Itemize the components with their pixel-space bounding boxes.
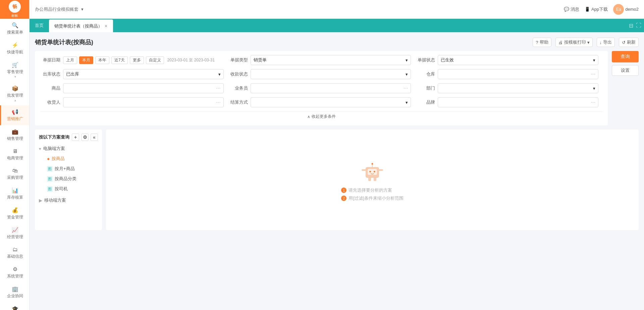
tree-child-desktop: ● 按商品 图 按月+商品 图 按商品分类 图 按司机 [35,154,102,194]
print-icon: 🖨 [558,40,563,45]
newbie-icon: 🎓 [12,306,18,310]
enterprise-icon: 🏢 [12,286,18,292]
logo-icon: 畅 [9,1,21,13]
sidebar-item-operations[interactable]: 📈 经营管理 [0,223,29,243]
template-print-button[interactable]: 🖨 按模板打印 ▾ [555,38,593,47]
salesperson-dots[interactable]: ··· [404,85,408,91]
sidebar-item-marketing[interactable]: 📢 营销推广 [0,105,29,125]
warehouse-status-select[interactable]: 已出库 ▾ [63,69,224,79]
settings-button[interactable]: 设置 [612,65,639,76]
tab-home[interactable]: 首页 [30,19,49,32]
tab-minimize-icon[interactable]: ⊟ [629,22,633,29]
empty-tip-1: 1 请先选择要分析的方案 [341,187,403,193]
sidebar-item-newbie[interactable]: 🎓 新手引导 [0,302,29,310]
receiver-input[interactable]: ··· [63,97,224,107]
tab-close-icon[interactable]: ✕ [104,24,108,29]
sidebar-item-sales[interactable]: 💼 销售管理 [0,125,29,145]
date-btn-this-year[interactable]: 本年 [95,56,109,64]
date-btn-7days[interactable]: 近7天 [111,56,128,64]
filter-and-buttons: 单据日期 上月 本月 本年 近7天 更多 自定义 2023-03-01 至 20… [35,51,639,125]
goods-input[interactable]: ··· [63,83,224,93]
tip-1-text: 请先选择要分析的方案 [348,187,392,193]
active-dot-icon: ● [47,156,50,161]
empty-tips: 1 请先选择要分析的方案 2 用[过滤]条件来缩小分析范围 [341,187,403,203]
purchase-icon: 🛍 [12,168,18,174]
sidebar-item-purchase[interactable]: 🛍 采购管理 [0,164,29,184]
warehouse2-dots[interactable]: ··· [591,71,595,77]
tree-group-mobile: ▶ 移动端方案 [35,195,102,205]
date-btn-more[interactable]: 更多 [130,56,144,64]
app-logo[interactable]: 畅 标账 [0,0,29,19]
doc-type-select[interactable]: 销货单 ▾ [251,55,411,65]
export-label: 导出 [603,39,612,45]
sidebar-item-inventory[interactable]: 📊 库存核算 [0,184,29,204]
user-menu[interactable]: Ea demo2 [613,4,639,15]
sidebar-item-ecommerce-label: 电商管理 [7,155,23,161]
dept-select[interactable]: ▾ [438,83,598,93]
home-tab-label: 首页 [35,22,44,29]
app-download-button[interactable]: 📱 App下载 [585,6,608,12]
app-download-icon: 📱 [585,7,590,12]
goods-dots[interactable]: ··· [216,85,220,91]
payment-status-select[interactable]: ▾ [251,69,411,79]
tree-item-driver[interactable]: 图 按司机 [43,184,102,194]
tree-item-category[interactable]: 图 按商品分类 [43,174,102,184]
retail-icon: 🛒 [12,62,18,68]
date-btn-this-month[interactable]: 本月 [79,56,93,64]
template-print-label: 按模板打印 [564,39,586,45]
brand-dots[interactable]: ··· [591,99,595,105]
tree-item-by-goods[interactable]: ● 按商品 [43,154,102,164]
collapse-label: 收起更多条件 [312,114,336,119]
message-button[interactable]: 💬 消息 [564,6,579,12]
tree-item-driver-icon: 图 [47,186,53,192]
marketing-icon: 📢 [12,109,18,115]
sidebar-item-retail[interactable]: 🛒 零售管理 ▾ [0,58,29,82]
sidebar-item-system[interactable]: ⚙ 系统管理 [0,263,29,282]
chevron-down-icon: ▾ [14,75,16,79]
sidebar-item-operations-label: 经营管理 [7,234,23,240]
sidebar-item-finance-label: 资金管理 [7,214,23,220]
date-btn-prev-month[interactable]: 上月 [63,56,77,64]
topbar-left: 办公用品行业模拟账套 ▾ [35,6,84,12]
collapse-row[interactable]: ∧ 收起更多条件 [40,111,602,121]
salesperson-input[interactable]: ··· [251,83,411,93]
doc-status-chevron: ▾ [593,58,595,63]
settings-scheme-button[interactable]: ⚙ [81,134,89,141]
payment-status-label: 收款状态 [228,71,248,77]
doc-status-select[interactable]: 已生效 ▾ [438,55,598,65]
sidebar-item-enterprise[interactable]: 🏢 企业协同 [0,282,29,302]
doc-status-value: 已生效 [441,57,454,63]
left-panel-title: 按以下方案查询 [39,134,69,140]
sidebar-item-enterprise-label: 企业协同 [7,293,23,299]
doc-status-label: 单据状态 [415,57,435,63]
sidebar-item-finance[interactable]: 💰 资金管理 [0,204,29,223]
collapse-chevron: ∧ [307,114,310,119]
brand-input[interactable]: ··· [438,97,598,107]
add-scheme-button[interactable]: + [72,134,79,141]
tab-expand-icon[interactable]: ⛶ [636,22,641,29]
refresh-button[interactable]: ↺ 刷新 [619,38,639,47]
username: demo2 [625,7,639,12]
topbar-right: 💬 消息 📱 App下载 Ea demo2 [564,4,639,15]
filter-row-4: 收货人 ··· 结算方式 ▾ 品牌 [40,97,602,107]
sidebar-item-quicknav[interactable]: ⚡ 快捷导航 [0,39,29,58]
sidebar-item-wholesale[interactable]: 📦 批发管理 ▴ [0,82,29,105]
help-icon: ? [536,40,538,45]
query-button[interactable]: 查询 [612,51,639,62]
topbar-subtitle: 办公用品行业模拟账套 [35,6,78,12]
tab-sales-stats[interactable]: 销货单统计表（按商品） ✕ [49,19,113,33]
tree-item-month-goods[interactable]: 图 按月+商品 [43,164,102,174]
sidebar-item-inventory-label: 库存核算 [7,195,23,200]
payment-method-select[interactable]: ▾ [251,97,411,107]
receiver-dots[interactable]: ··· [216,99,220,105]
sidebar-item-search[interactable]: 🔍 搜索菜单 [0,19,29,39]
payment-status-cell: 收款状态 ▾ [228,69,415,79]
sidebar-item-basic[interactable]: 🗂 基础信息 [0,243,29,263]
warehouse2-input[interactable]: ··· [438,69,598,79]
sidebar-item-ecommerce[interactable]: 🖥 电商管理 [0,145,29,164]
export-button[interactable]: ↓ 导出 [597,38,615,47]
collapse-scheme-button[interactable]: « [91,134,98,141]
svg-rect-5 [379,169,383,171]
help-button[interactable]: ? 帮助 [533,38,551,47]
date-btn-custom[interactable]: 自定义 [146,56,164,64]
